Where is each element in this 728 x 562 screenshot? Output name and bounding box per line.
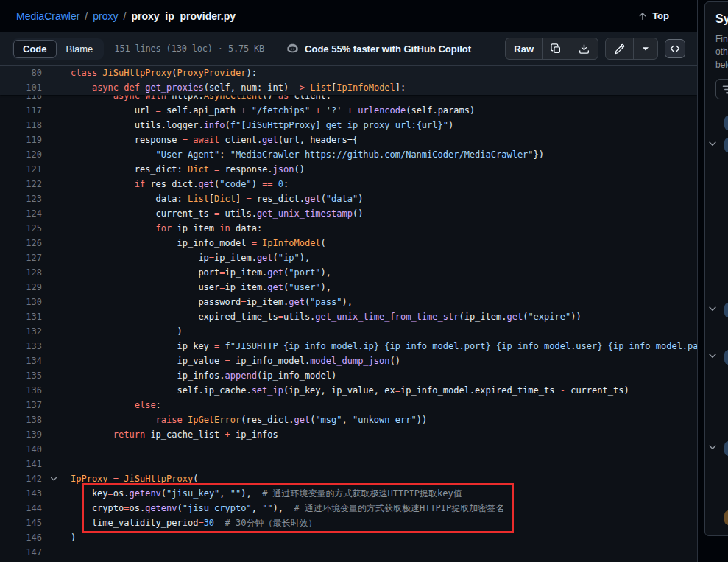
top-label: Top	[652, 10, 669, 21]
code-text: current_ts = utils.get_unix_timestamp()	[71, 206, 363, 221]
fold-gutter	[42, 354, 71, 368]
code-line: 101 async def get_proxies(self, num: int…	[0, 80, 697, 95]
line-number[interactable]: 120	[0, 147, 42, 162]
breadcrumb-repo-link[interactable]: MediaCrawler	[16, 10, 79, 22]
code-line: 125 for ip_item in data:	[0, 221, 697, 236]
symbol-kind-badge[interactable]	[724, 441, 728, 456]
fold-gutter	[42, 383, 71, 398]
copilot-banner[interactable]: Code 55% faster with GitHub Copilot	[286, 43, 471, 55]
symbol-kind-badge[interactable]	[724, 350, 728, 365]
code-text: "User-Agent": "MediaCrawler https://gith…	[71, 147, 544, 162]
line-number[interactable]: 122	[0, 177, 42, 192]
symbol-kind-badge[interactable]	[724, 116, 728, 130]
line-number[interactable]: 129	[0, 280, 42, 295]
symbol-kind-badge[interactable]	[724, 138, 728, 152]
raw-button[interactable]: Raw	[506, 38, 542, 59]
chevron-down-icon[interactable]	[707, 351, 718, 364]
fold-gutter	[42, 398, 71, 412]
line-number[interactable]: 138	[0, 412, 42, 427]
line-number[interactable]: 134	[0, 354, 42, 368]
code-line: 121 res_dict: Dict = response.json()	[0, 162, 697, 177]
fold-gutter	[42, 324, 71, 339]
line-number[interactable]: 127	[0, 250, 42, 265]
code-text: else:	[71, 398, 161, 412]
code-line: 143 key=os.getenv("jisu_key", ""), # 通过环…	[0, 486, 697, 501]
fold-gutter	[42, 339, 71, 354]
chevron-down-icon[interactable]	[707, 442, 718, 455]
line-number[interactable]: 126	[0, 236, 42, 250]
tab-blame[interactable]: Blame	[57, 40, 103, 58]
fold-chevron-icon[interactable]	[42, 471, 71, 486]
line-number[interactable]: 132	[0, 324, 42, 339]
back-to-top-link[interactable]: Top	[637, 10, 669, 21]
line-number[interactable]: 147	[0, 545, 42, 560]
code-line: 136 self.ip_cache.set_ip(ip_key, ip_valu…	[0, 383, 697, 398]
fold-gutter	[42, 80, 71, 95]
code-line: 119 response = await client.get(url, hea…	[0, 133, 697, 147]
fold-gutter	[42, 66, 71, 80]
symbols-toggle-button[interactable]	[665, 39, 685, 58]
code-line: 133 ip_key = f"JISUHTTP_{ip_info_model.i…	[0, 339, 697, 354]
symbols-filter-input[interactable]	[715, 79, 728, 99]
line-number[interactable]: 133	[0, 339, 42, 354]
line-number[interactable]: 140	[0, 442, 42, 457]
code-text: ip_info_model = IpInfoModel(	[71, 236, 326, 250]
raw-actions-group: Raw	[505, 38, 598, 60]
line-number[interactable]: 131	[0, 309, 42, 324]
copy-icon	[551, 43, 562, 55]
symbols-panel: Symbols Find definitions and references …	[704, 1, 728, 536]
line-number[interactable]: 139	[0, 427, 42, 442]
edit-button[interactable]	[606, 38, 633, 59]
line-number[interactable]: 118	[0, 118, 42, 133]
line-number[interactable]: 119	[0, 133, 42, 147]
line-number[interactable]: 128	[0, 265, 42, 280]
edit-actions-group	[605, 38, 658, 60]
code-text: ip=ip_item.get("ip"),	[71, 250, 310, 265]
symbol-kind-badge[interactable]	[724, 303, 728, 317]
code-line: 135 ip_infos.append(ip_info_model)	[0, 368, 697, 383]
line-number[interactable]: 137	[0, 398, 42, 412]
line-number[interactable]: 101	[0, 80, 42, 95]
symbol-kind-badge[interactable]	[724, 510, 728, 525]
code-text: expired_time_ts=utils.get_unix_time_from…	[71, 309, 582, 324]
tab-code[interactable]: Code	[13, 40, 57, 58]
chevron-down-icon[interactable]	[707, 138, 718, 152]
code-text: time_validity_period=30 # 30分钟（最长时效）	[71, 516, 317, 530]
code-text: crypto=os.getenv("jisu_crypto", ""), # 通…	[71, 501, 504, 516]
line-number[interactable]: 121	[0, 162, 42, 177]
line-number[interactable]: 80	[0, 66, 42, 80]
code-text: return ip_cache_list + ip_infos	[71, 427, 278, 442]
line-number[interactable]: 136	[0, 383, 42, 398]
fold-gutter	[42, 118, 71, 133]
breadcrumb: MediaCrawler / proxy / proxy_ip_provider…	[0, 0, 697, 32]
line-number[interactable]: 145	[0, 516, 42, 530]
breadcrumb-folder-link[interactable]: proxy	[93, 10, 118, 22]
fold-gutter	[42, 295, 71, 309]
line-number[interactable]: 142	[0, 471, 42, 486]
line-number[interactable]: 117	[0, 103, 42, 118]
edit-dropdown-button[interactable]	[633, 38, 657, 59]
line-number[interactable]: 124	[0, 206, 42, 221]
caret-down-icon	[642, 46, 649, 52]
download-button[interactable]	[570, 38, 598, 59]
code-line: 134 ip_value = ip_info_model.model_dump_…	[0, 354, 697, 368]
line-number[interactable]: 123	[0, 192, 42, 206]
line-number[interactable]: 144	[0, 501, 42, 516]
download-icon	[579, 43, 590, 55]
code-blame-switch: Code Blame	[12, 38, 104, 60]
chevron-down-icon[interactable]	[707, 303, 718, 317]
code-text: key=os.getenv("jisu_key", ""), # 通过环境变量的…	[71, 486, 462, 501]
code-brackets-icon	[670, 44, 680, 53]
code-text: res_dict: Dict = response.json()	[71, 162, 305, 177]
line-number[interactable]: 141	[0, 457, 42, 471]
line-number[interactable]: 146	[0, 530, 42, 545]
line-number[interactable]: 143	[0, 486, 42, 501]
code-line: 128 port=ip_item.get("port"),	[0, 265, 697, 280]
line-number[interactable]: 125	[0, 221, 42, 236]
copy-raw-button[interactable]	[542, 38, 570, 59]
code-line: 146)	[0, 530, 697, 545]
file-container: Code Blame 151 lines (130 loc) · 5.75 KB…	[0, 32, 697, 562]
line-number[interactable]: 135	[0, 368, 42, 383]
line-number[interactable]: 130	[0, 295, 42, 309]
fold-gutter	[42, 103, 71, 118]
